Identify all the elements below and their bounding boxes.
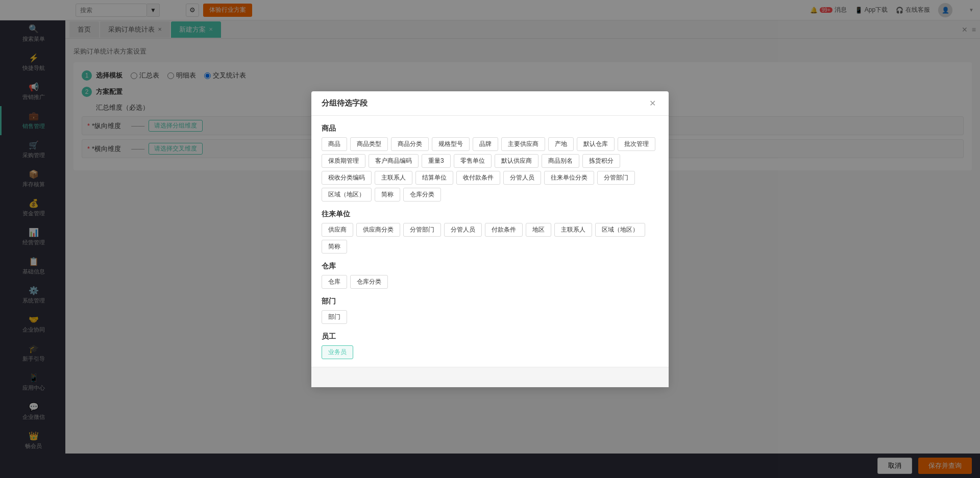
field-tag-0-14[interactable]: 商品别名 <box>542 154 579 168</box>
field-tag-1-8[interactable]: 简称 <box>322 240 347 254</box>
modal-title: 分组待选字段 <box>322 98 368 108</box>
field-tag-2-0[interactable]: 仓库 <box>322 275 347 289</box>
field-tags-1: 供应商供应商分类分管部门分管人员付款条件地区主联系人区域（地区）简称 <box>322 223 658 254</box>
field-tag-0-20[interactable]: 分管人员 <box>503 171 541 185</box>
field-tag-0-11[interactable]: 重量3 <box>422 154 451 168</box>
field-tag-0-16[interactable]: 税收分类编码 <box>322 171 372 185</box>
field-tag-1-4[interactable]: 付款条件 <box>485 223 523 237</box>
modal-dialog: 分组待选字段 ✕ 商品商品商品类型商品分类规格型号品牌主要供应商产地默认仓库批次… <box>311 91 669 387</box>
field-tag-0-8[interactable]: 批次管理 <box>618 137 655 151</box>
field-tag-0-18[interactable]: 结算单位 <box>415 171 453 185</box>
field-tag-0-12[interactable]: 零售单位 <box>454 154 492 168</box>
field-tag-1-2[interactable]: 分管部门 <box>403 223 441 237</box>
field-tag-3-0[interactable]: 部门 <box>322 310 347 324</box>
field-tags-0: 商品商品类型商品分类规格型号品牌主要供应商产地默认仓库批次管理保质期管理客户商品… <box>322 137 658 202</box>
field-section-title-4: 员工 <box>322 332 658 341</box>
field-section-4: 员工业务员 <box>322 332 658 359</box>
field-tag-0-22[interactable]: 分管部门 <box>597 171 635 185</box>
field-tag-0-25[interactable]: 仓库分类 <box>403 188 441 202</box>
field-tag-0-0[interactable]: 商品 <box>322 137 347 151</box>
modal-footer <box>311 367 669 387</box>
field-tag-1-7[interactable]: 区域（地区） <box>595 223 645 237</box>
field-section-0: 商品商品商品类型商品分类规格型号品牌主要供应商产地默认仓库批次管理保质期管理客户… <box>322 124 658 202</box>
field-tag-0-6[interactable]: 产地 <box>548 137 574 151</box>
field-tag-1-3[interactable]: 分管人员 <box>444 223 482 237</box>
field-tag-1-5[interactable]: 地区 <box>526 223 551 237</box>
field-tags-2: 仓库仓库分类 <box>322 275 658 289</box>
field-tag-1-1[interactable]: 供应商分类 <box>356 223 400 237</box>
field-tag-0-4[interactable]: 品牌 <box>473 137 498 151</box>
field-tag-0-13[interactable]: 默认供应商 <box>495 154 538 168</box>
field-tag-0-2[interactable]: 商品分类 <box>391 137 429 151</box>
field-section-title-3: 部门 <box>322 297 658 306</box>
field-tag-0-24[interactable]: 简称 <box>375 188 400 202</box>
modal-body[interactable]: 商品商品商品类型商品分类规格型号品牌主要供应商产地默认仓库批次管理保质期管理客户… <box>311 116 669 367</box>
field-tag-0-23[interactable]: 区域（地区） <box>322 188 372 202</box>
field-section-1: 往来单位供应商供应商分类分管部门分管人员付款条件地区主联系人区域（地区）简称 <box>322 210 658 254</box>
field-tag-0-7[interactable]: 默认仓库 <box>577 137 615 151</box>
field-tag-1-0[interactable]: 供应商 <box>322 223 353 237</box>
modal-header: 分组待选字段 ✕ <box>311 91 669 116</box>
field-tag-0-9[interactable]: 保质期管理 <box>322 154 365 168</box>
field-tags-4: 业务员 <box>322 345 658 359</box>
field-tag-0-5[interactable]: 主要供应商 <box>501 137 545 151</box>
modal-overlay: 分组待选字段 ✕ 商品商品商品类型商品分类规格型号品牌主要供应商产地默认仓库批次… <box>0 0 980 478</box>
field-tag-0-3[interactable]: 规格型号 <box>432 137 470 151</box>
field-tags-3: 部门 <box>322 310 658 324</box>
field-section-title-1: 往来单位 <box>322 210 658 219</box>
field-tag-1-6[interactable]: 主联系人 <box>554 223 592 237</box>
field-section-3: 部门部门 <box>322 297 658 324</box>
field-tag-2-1[interactable]: 仓库分类 <box>350 275 388 289</box>
field-tag-0-17[interactable]: 主联系人 <box>375 171 412 185</box>
field-tag-0-1[interactable]: 商品类型 <box>350 137 388 151</box>
field-tag-0-10[interactable]: 客户商品编码 <box>369 154 419 168</box>
field-section-title-0: 商品 <box>322 124 658 133</box>
modal-close-button[interactable]: ✕ <box>646 97 658 109</box>
field-tag-4-0[interactable]: 业务员 <box>322 345 353 359</box>
field-tag-0-19[interactable]: 收付款条件 <box>456 171 500 185</box>
field-tag-0-21[interactable]: 往来单位分类 <box>544 171 594 185</box>
field-section-title-2: 仓库 <box>322 262 658 271</box>
field-section-2: 仓库仓库仓库分类 <box>322 262 658 289</box>
field-tag-0-15[interactable]: 拣货积分 <box>582 154 620 168</box>
